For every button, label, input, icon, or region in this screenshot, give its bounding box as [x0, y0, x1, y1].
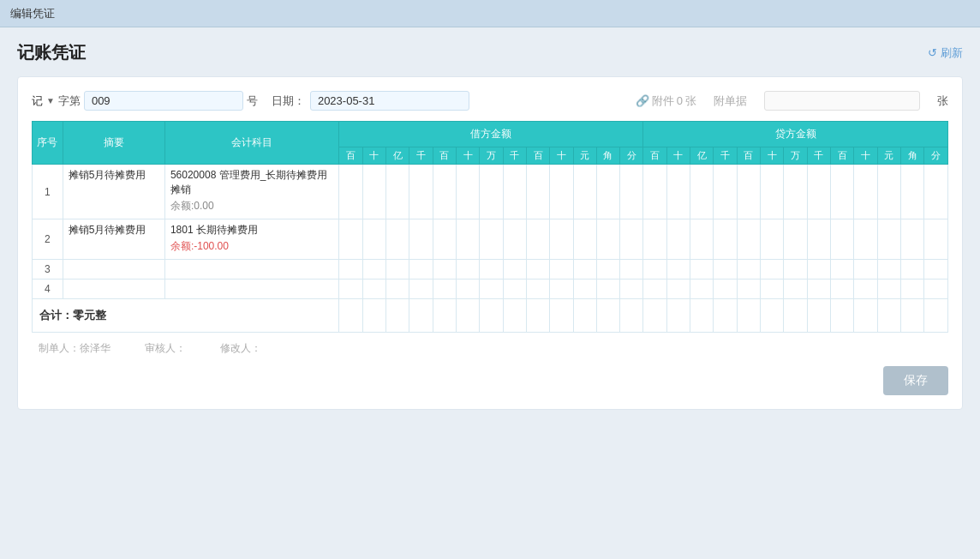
debit-digit-0-10[interactable]: [573, 165, 596, 219]
cell-summary-3[interactable]: [63, 280, 164, 299]
credit-digit-2-4[interactable]: [737, 260, 760, 280]
debit-digit-1-1[interactable]: [362, 219, 385, 260]
debit-digit-0-7[interactable]: [503, 165, 526, 219]
credit-digit-1-6[interactable]: [784, 219, 807, 260]
debit-digit-0-1[interactable]: [362, 165, 385, 219]
debit-digit-0-8[interactable]: [526, 165, 549, 219]
cell-account-3[interactable]: [164, 280, 338, 299]
credit-digit-2-9[interactable]: [854, 260, 877, 280]
attach-single-label[interactable]: 附单据: [714, 93, 747, 109]
credit-digit-1-12[interactable]: [924, 219, 948, 260]
credit-digit-1-11[interactable]: [901, 219, 924, 260]
cell-summary-0[interactable]: 摊销5月待摊费用: [63, 165, 164, 219]
debit-digit-0-11[interactable]: [596, 165, 619, 219]
voucher-type-dropdown[interactable]: ▼: [46, 96, 55, 105]
credit-digit-2-3[interactable]: [714, 260, 737, 280]
credit-digit-3-8[interactable]: [831, 280, 854, 299]
voucher-number-input[interactable]: [84, 91, 243, 111]
debit-digit-0-2[interactable]: [385, 165, 409, 219]
credit-digit-3-6[interactable]: [784, 280, 807, 299]
credit-digit-3-0[interactable]: [643, 280, 666, 299]
debit-digit-3-9[interactable]: [550, 280, 573, 299]
credit-digit-0-8[interactable]: [831, 165, 854, 219]
zhang-input[interactable]: [764, 91, 920, 111]
credit-digit-2-6[interactable]: [784, 260, 807, 280]
credit-digit-1-3[interactable]: [714, 219, 737, 260]
cell-account-1[interactable]: 1801 长期待摊费用余额:-100.00: [164, 219, 338, 260]
debit-digit-2-0[interactable]: [339, 260, 362, 280]
credit-digit-2-1[interactable]: [666, 260, 690, 280]
debit-digit-1-4[interactable]: [433, 219, 456, 260]
debit-digit-2-5[interactable]: [456, 260, 479, 280]
debit-digit-2-2[interactable]: [385, 260, 409, 280]
credit-digit-3-5[interactable]: [761, 280, 784, 299]
attach-link[interactable]: 🔗 附件 0 张: [636, 93, 696, 109]
credit-digit-2-11[interactable]: [901, 260, 924, 280]
debit-digit-3-8[interactable]: [526, 280, 549, 299]
debit-digit-1-12[interactable]: [620, 219, 643, 260]
credit-digit-0-3[interactable]: [714, 165, 737, 219]
debit-digit-3-10[interactable]: [573, 280, 596, 299]
credit-digit-1-5[interactable]: [761, 219, 784, 260]
credit-digit-2-0[interactable]: [643, 260, 666, 280]
debit-digit-1-9[interactable]: [550, 219, 573, 260]
debit-digit-3-12[interactable]: [620, 280, 643, 299]
credit-digit-1-4[interactable]: [737, 219, 760, 260]
cell-account-0[interactable]: 56020008 管理费用_长期待摊费用摊销余额:0.00: [164, 165, 338, 219]
credit-digit-0-1[interactable]: [666, 165, 690, 219]
credit-digit-3-11[interactable]: [901, 280, 924, 299]
debit-digit-3-7[interactable]: [503, 280, 526, 299]
save-button[interactable]: 保存: [883, 366, 948, 395]
debit-digit-1-3[interactable]: [409, 219, 433, 260]
credit-digit-1-2[interactable]: [690, 219, 714, 260]
debit-digit-0-4[interactable]: [433, 165, 456, 219]
credit-digit-0-6[interactable]: [784, 165, 807, 219]
debit-digit-3-6[interactable]: [480, 280, 503, 299]
debit-digit-1-5[interactable]: [456, 219, 479, 260]
debit-digit-2-9[interactable]: [550, 260, 573, 280]
debit-digit-2-8[interactable]: [526, 260, 549, 280]
credit-digit-1-9[interactable]: [854, 219, 877, 260]
credit-digit-3-3[interactable]: [714, 280, 737, 299]
debit-digit-2-10[interactable]: [573, 260, 596, 280]
debit-digit-0-12[interactable]: [620, 165, 643, 219]
debit-digit-3-0[interactable]: [339, 280, 362, 299]
debit-digit-2-4[interactable]: [433, 260, 456, 280]
credit-digit-2-8[interactable]: [831, 260, 854, 280]
credit-digit-0-5[interactable]: [761, 165, 784, 219]
credit-digit-1-7[interactable]: [807, 219, 830, 260]
credit-digit-0-11[interactable]: [901, 165, 924, 219]
credit-digit-2-10[interactable]: [877, 260, 900, 280]
debit-digit-1-10[interactable]: [573, 219, 596, 260]
debit-digit-0-0[interactable]: [339, 165, 362, 219]
credit-digit-0-12[interactable]: [924, 165, 948, 219]
credit-digit-3-7[interactable]: [807, 280, 830, 299]
credit-digit-0-0[interactable]: [643, 165, 666, 219]
credit-digit-2-5[interactable]: [761, 260, 784, 280]
debit-digit-3-4[interactable]: [433, 280, 456, 299]
debit-digit-2-3[interactable]: [409, 260, 433, 280]
debit-digit-2-1[interactable]: [362, 260, 385, 280]
debit-digit-0-9[interactable]: [550, 165, 573, 219]
credit-digit-0-2[interactable]: [690, 165, 714, 219]
debit-digit-1-7[interactable]: [503, 219, 526, 260]
credit-digit-1-0[interactable]: [643, 219, 666, 260]
credit-digit-3-1[interactable]: [666, 280, 690, 299]
debit-digit-3-1[interactable]: [362, 280, 385, 299]
date-input[interactable]: [310, 91, 469, 111]
cell-account-2[interactable]: [164, 260, 338, 280]
debit-digit-1-6[interactable]: [480, 219, 503, 260]
credit-digit-1-10[interactable]: [877, 219, 900, 260]
debit-digit-1-11[interactable]: [596, 219, 619, 260]
debit-digit-3-2[interactable]: [385, 280, 409, 299]
credit-digit-2-2[interactable]: [690, 260, 714, 280]
debit-digit-1-8[interactable]: [526, 219, 549, 260]
credit-digit-3-12[interactable]: [924, 280, 948, 299]
cell-summary-2[interactable]: [63, 260, 164, 280]
debit-digit-2-7[interactable]: [503, 260, 526, 280]
credit-digit-2-7[interactable]: [807, 260, 830, 280]
credit-digit-1-1[interactable]: [666, 219, 690, 260]
cell-summary-1[interactable]: 摊销5月待摊费用: [63, 219, 164, 260]
refresh-button[interactable]: ↺ 刷新: [928, 45, 963, 61]
debit-digit-0-6[interactable]: [480, 165, 503, 219]
